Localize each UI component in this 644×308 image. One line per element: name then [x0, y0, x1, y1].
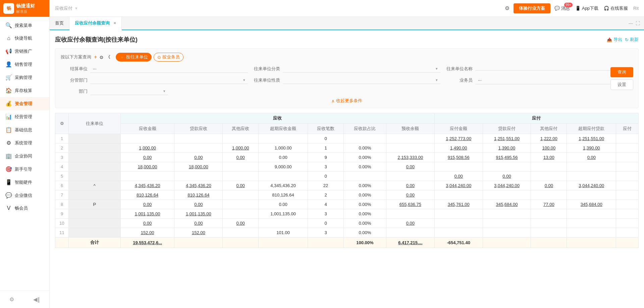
sidebar-nav: 🔍搜索菜单⌂快捷导航📢营销推广👤销售管理🛒采购管理🏠库存核算💰资金管理📊经营管理…	[0, 17, 49, 291]
scheme1-icon: 🔸	[119, 55, 125, 60]
notification-btn[interactable]: 💬 消息 99+	[554, 5, 570, 11]
page-actions: 📤 导出 ↻ 刷新	[607, 37, 639, 43]
export-icon: 📤	[607, 37, 612, 42]
tab-close-icon[interactable]: ×	[114, 21, 116, 26]
filter-top: 按以下方案查询 + ⊙ 《 🔸 按往来单位 ⊙ 按业务员	[61, 53, 633, 61]
filter-wanglai-name: 往来单位名称	[446, 66, 633, 72]
sidebar-item-corp[interactable]: 🏢企业协同	[0, 149, 49, 163]
hardware-icon: 📱	[5, 179, 12, 185]
service-label: 在线客服	[610, 5, 628, 11]
solution-btn[interactable]: 体验行业方案	[514, 3, 550, 13]
sidebar-item-hardware[interactable]: 📱智能硬件	[0, 176, 49, 189]
col-dkyf: 贷款应付	[483, 124, 531, 134]
data-table-wrapper: ⚙ 往来单位 应收 应付 应收金额 贷款应收 其他应收 超期应收金额 应收笔数 …	[55, 113, 639, 248]
guide-label: 新手引导	[15, 166, 32, 172]
tab-home[interactable]: 首页	[50, 17, 69, 30]
collapse-label: 收起更多条件	[336, 98, 362, 104]
bumen-arrow: ▾	[163, 89, 165, 93]
total-ysje[interactable]: 19,553,472,6...	[120, 237, 174, 248]
total-ysye[interactable]: 6,417,215....	[386, 237, 434, 248]
total-label-cell	[55, 237, 69, 248]
sidebar-item-wechat[interactable]: 💬企业微信	[0, 189, 49, 202]
col-yingfu-group: 应付	[434, 113, 638, 124]
user-info[interactable]: Rit	[633, 6, 639, 11]
fenguan-select[interactable]: ▾	[90, 77, 248, 84]
filter-collapse-icon[interactable]: 《	[106, 54, 110, 60]
page-content: 应收应付余额查询(按往来单位) 📤 导出 ↻ 刷新 按以下方案查询 + ⊙ 《	[50, 30, 644, 308]
marketing-icon: 📢	[5, 48, 12, 54]
col-yfje: 应付金额	[434, 124, 483, 134]
refresh-icon: ↻	[625, 37, 629, 42]
hardware-label: 智能硬件	[15, 179, 32, 185]
query-btn[interactable]: 查询	[610, 67, 633, 77]
app-label: App下载	[582, 5, 598, 11]
notif-icon: 💬	[554, 6, 560, 11]
filter-add-btn[interactable]: +	[94, 54, 97, 60]
wanglai-fenlei-select[interactable]: ▾	[283, 65, 440, 73]
search-icon: 🔍	[5, 22, 12, 29]
col-ysje: 应收金额	[120, 124, 174, 134]
sidebar-settings-btn[interactable]: ⚙	[7, 294, 16, 305]
logo-subtitle: 标准版	[16, 9, 35, 14]
purchase-icon: 🛒	[5, 74, 12, 81]
online-service-btn[interactable]: 🎧 在线客服	[604, 5, 628, 11]
sidebar-item-basic[interactable]: 📋基础信息	[0, 123, 49, 136]
minimize-icon[interactable]: —	[629, 21, 633, 26]
collapse-btn[interactable]: ∧ 收起更多条件	[331, 98, 362, 104]
scheme1-label: 按往来单位	[126, 54, 148, 60]
sidebar-item-inventory[interactable]: 🏠库存核算	[0, 84, 49, 97]
tab-fullscreen-btns: — ⛶	[625, 17, 644, 30]
col-yszzb: 应收款占比	[344, 124, 386, 134]
refresh-btn[interactable]: ↻ 刷新	[625, 37, 639, 43]
sidebar-item-sales[interactable]: 👤销售管理	[0, 58, 49, 71]
sidebar-item-operations[interactable]: 📊经营管理	[0, 110, 49, 123]
quick-icon: ⌂	[5, 35, 12, 41]
sidebar-item-finance[interactable]: 💰资金管理	[0, 97, 49, 110]
export-btn[interactable]: 📤 导出	[607, 37, 622, 43]
breadcrumb-arrow: ▾	[75, 6, 77, 11]
scheme-wanglai[interactable]: 🔸 按往来单位	[116, 53, 152, 61]
bumen-select[interactable]: ▾	[90, 88, 168, 95]
filter-settings-icon[interactable]: ⊙	[100, 55, 103, 60]
table-row: 6^4,345,436.204,345,436.200.004,345,436.…	[55, 181, 639, 190]
fullscreen-icon[interactable]: ⛶	[636, 21, 640, 26]
logo-icon: 畅	[3, 3, 14, 14]
page-title-row: 应收应付余额查询(按往来单位) 📤 导出 ↻ 刷新	[55, 36, 639, 44]
table-row: 418,000.0018,000.009,000.0030.00%0.00	[55, 162, 639, 172]
operations-icon: 📊	[5, 114, 12, 120]
sidebar: 畅 畅捷通财 标准版 🔍搜索菜单⌂快捷导航📢营销推广👤销售管理🛒采购管理🏠库存核…	[0, 0, 50, 308]
header-right: 💬 消息 99+ 📱 App下载 🎧 在线客服 Rit	[554, 5, 639, 11]
fenguan-label: 分管部门	[61, 77, 88, 83]
table-row: 21,000.001,000.001,000.0010.00%1,490.001…	[55, 143, 639, 153]
sidebar-item-vip[interactable]: V畅会员	[0, 202, 49, 215]
sidebar-item-search[interactable]: 🔍搜索菜单	[0, 19, 49, 32]
sidebar-item-system[interactable]: ⚙系统管理	[0, 136, 49, 149]
sidebar-item-marketing[interactable]: 📢营销推广	[0, 45, 49, 58]
jiesuan-input[interactable]: ···	[90, 65, 248, 73]
settings-btn[interactable]: 设置	[610, 79, 633, 90]
home-tab-label: 首页	[55, 20, 64, 26]
main-area: 首页 应收应付余额查询 × — ⛶ 应收应付余额查询(按往来单位) 📤 导出 ↻…	[50, 17, 644, 308]
app-download-btn[interactable]: 📱 App下载	[575, 5, 598, 11]
tab-active[interactable]: 应收应付余额查询 ×	[69, 17, 122, 30]
sidebar-item-purchase[interactable]: 🛒采购管理	[0, 71, 49, 84]
sidebar-item-quick[interactable]: ⌂快捷导航	[0, 32, 49, 45]
collapse-icon: ∧	[331, 98, 335, 103]
scheme-yewuyuan[interactable]: ⊙ 按业务员	[154, 53, 183, 61]
wanglai-fenlei-arrow: ▾	[436, 67, 438, 71]
user-name: Rit	[633, 6, 639, 11]
filter-row-3: 部门 ▾	[61, 88, 633, 95]
filter-wanglai-fenlei: 往来单位分类 ▾	[253, 65, 440, 73]
wechat-label: 企业微信	[15, 192, 32, 199]
table-row: 30.000.000.000.0090.00%2,153,333.00915,5…	[55, 153, 639, 162]
yewuyuan-input[interactable]: ···	[475, 76, 633, 84]
bumen-label: 部门	[61, 88, 88, 94]
wanglai-name-input[interactable]	[475, 68, 633, 71]
sidebar-toggle-btn[interactable]: ◀‖	[31, 294, 42, 305]
col-yingshou-group: 应收	[120, 113, 434, 124]
system-label: 系统管理	[15, 140, 32, 146]
sidebar-item-guide[interactable]: 🎯新手引导	[0, 163, 49, 176]
jiesuan-label: 结算单位	[61, 66, 88, 72]
header-settings-icon[interactable]: ⚙	[505, 5, 509, 11]
wanglai-xingzhi-select[interactable]: ▾	[283, 77, 440, 84]
